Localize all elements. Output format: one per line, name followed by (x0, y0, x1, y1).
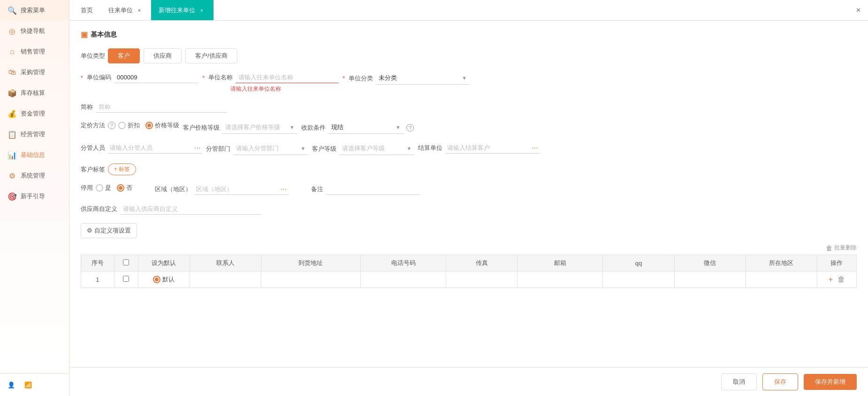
search-icon: 🔍 (8, 6, 17, 15)
department-select[interactable]: 请输入分管部门 ▼ (233, 142, 308, 155)
batch-delete-icon: 🗑 (826, 244, 832, 252)
row-region-cell (746, 272, 817, 288)
main-area: 首页 往来单位 × 新增往来单位 × × ▣ 基本信息 单位类型 客户 供应商 … (69, 0, 868, 396)
col-checkbox (114, 255, 138, 272)
col-email: 邮箱 (518, 255, 603, 272)
customer-level-select[interactable]: 请选择客户等级 ▼ (339, 142, 414, 155)
sidebar-item-purchase[interactable]: 🛍 采购管理 (0, 62, 69, 83)
user-icon[interactable]: 👤 (4, 377, 19, 392)
batch-delete-area: 🗑 批量删除 (81, 244, 857, 252)
payment-help-icon[interactable]: ? (406, 124, 414, 132)
pricing-radio-group: 折扣 价格等级 (118, 121, 179, 130)
email-input[interactable] (537, 276, 584, 283)
row-qq-cell (603, 272, 674, 288)
cancel-button[interactable]: 取消 (721, 373, 757, 390)
default-radio[interactable] (153, 276, 160, 283)
price-level-option[interactable]: 价格等级 (145, 121, 179, 130)
short-name-input[interactable] (96, 101, 227, 113)
row-checkbox[interactable] (123, 276, 129, 282)
payment-terms-select[interactable]: 现结 ▼ (328, 121, 404, 134)
sidebar-item-basics[interactable]: 📊 基础信息 (0, 145, 69, 165)
guide-icon: 🎯 (8, 192, 17, 201)
qq-input[interactable] (620, 276, 657, 283)
sidebar-item-system[interactable]: ⚙ 系统管理 (0, 165, 69, 186)
tab-partners-close[interactable]: × (136, 7, 143, 14)
default-radio-option[interactable]: 默认 (143, 275, 185, 284)
unit-name-error: 请输入往来单位名称 (230, 85, 281, 93)
col-wechat: 微信 (674, 255, 746, 272)
settlement-input-group: ··· (445, 142, 540, 154)
yes-radio[interactable] (96, 184, 103, 192)
unit-type-label: 单位类型 (81, 52, 105, 60)
sidebar-item-finance[interactable]: 💰 资金管理 (0, 103, 69, 124)
add-row-btn[interactable]: + (829, 275, 833, 283)
row-contact-cell (190, 272, 261, 288)
manager-row: 分管人员 ··· 分管部门 请输入分管部门 ▼ 客户等级 请选择客户等级 ▼ (81, 142, 857, 155)
window-close-button[interactable]: × (853, 6, 864, 15)
discount-radio[interactable] (118, 122, 126, 129)
manager-input-group: ··· (108, 142, 202, 154)
customer-level-label: 客户等级 (312, 145, 336, 153)
unit-code-input[interactable] (114, 72, 198, 83)
sidebar-item-quick-nav[interactable]: ◎ 快捷导航 (0, 21, 69, 41)
delete-row-btn[interactable]: 🗑 (838, 275, 845, 283)
no-radio[interactable] (117, 184, 124, 192)
operations-icon: 📋 (8, 130, 17, 139)
pricing-help-icon[interactable]: ? (108, 122, 115, 129)
customer-price-select[interactable]: 请选择客户价格等级 ▼ (222, 121, 297, 134)
no-option[interactable]: 否 (117, 184, 132, 192)
type-btn-customer[interactable]: 客户 (108, 48, 140, 63)
row-email-cell (518, 272, 603, 288)
settlement-input[interactable] (445, 142, 528, 153)
unit-category-label: 单位分类 (349, 74, 373, 83)
region-more-btn[interactable]: ··· (279, 185, 289, 194)
col-actions: 操作 (817, 255, 856, 272)
section-icon: ▣ (81, 30, 88, 39)
discount-option[interactable]: 折扣 (118, 121, 140, 130)
tab-partners[interactable]: 往来单位 × (101, 0, 151, 20)
col-region: 所在地区 (746, 255, 817, 272)
notes-input[interactable] (326, 184, 420, 195)
custom-settings-button[interactable]: ⚙ 自定义项设置 (81, 223, 137, 238)
pricing-method-field: 定价方法 ? 折扣 价格等级 (81, 121, 179, 130)
tab-new-partner-close[interactable]: × (198, 7, 206, 14)
type-btn-supplier[interactable]: 供应商 (144, 48, 182, 63)
yes-option[interactable]: 是 (96, 184, 111, 192)
unit-category-select[interactable]: 未分类 ▼ (376, 72, 470, 85)
add-tag-button[interactable]: + 标签 (108, 163, 136, 175)
short-name-field: 简称 (81, 101, 227, 113)
select-all-checkbox[interactable] (123, 259, 129, 265)
batch-delete-label[interactable]: 批量删除 (834, 244, 857, 252)
tab-new-partner[interactable]: 新增往来单位 × (151, 0, 213, 20)
fax-input[interactable] (463, 276, 501, 283)
wechat-input[interactable] (691, 276, 729, 283)
col-default: 设为默认 (138, 255, 190, 272)
sidebar-item-guide[interactable]: 🎯 新手引导 (0, 186, 69, 207)
manager-input[interactable] (108, 142, 190, 153)
tab-home[interactable]: 首页 (73, 0, 101, 20)
settlement-field: 结算单位 ··· (418, 142, 540, 154)
supplier-custom-input[interactable] (120, 203, 261, 215)
notes-field: 备注 (311, 184, 420, 195)
disabled-region-notes-row: 停用 是 否 区域（地区） ··· (81, 184, 857, 195)
save-new-button[interactable]: 保存并新增 (804, 374, 857, 390)
unit-name-input[interactable] (236, 72, 339, 83)
contact-input[interactable] (206, 276, 244, 283)
sidebar-item-search[interactable]: 🔍 搜索菜单 (0, 0, 69, 21)
phone-input[interactable] (380, 276, 427, 283)
signal-icon[interactable]: 📶 (21, 377, 36, 392)
address-input[interactable] (282, 276, 339, 283)
settlement-more-btn[interactable]: ··· (530, 144, 540, 152)
row-region-input[interactable] (762, 276, 800, 283)
sidebar-item-inventory[interactable]: 📦 库存核算 (0, 83, 69, 103)
sales-icon: ⌂ (8, 47, 17, 56)
region-input[interactable] (194, 184, 277, 194)
manager-more-btn[interactable]: ··· (192, 144, 202, 152)
action-bar: 取消 保存 保存并新增 (69, 367, 868, 396)
sidebar-item-operations[interactable]: 📋 经营管理 (0, 124, 69, 145)
type-btn-both[interactable]: 客户/供应商 (185, 48, 237, 63)
sidebar-item-sales[interactable]: ⌂ 销售管理 (0, 41, 69, 62)
save-button[interactable]: 保存 (762, 373, 798, 390)
price-level-radio[interactable] (145, 122, 153, 129)
row-wechat-cell (674, 272, 746, 288)
